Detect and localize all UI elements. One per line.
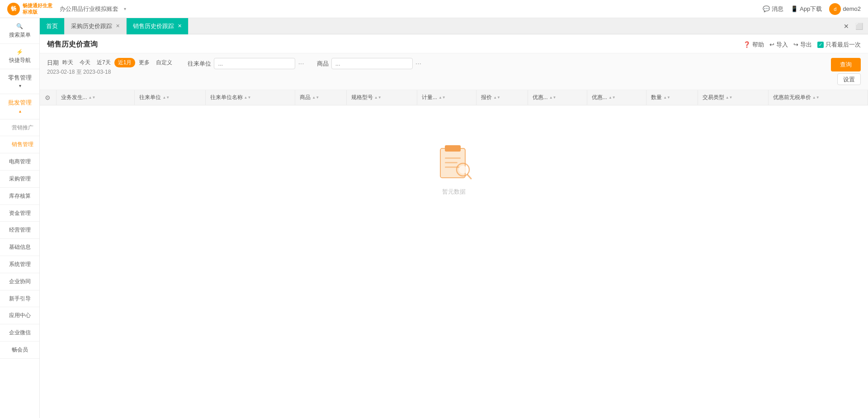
th-trade-type[interactable]: 交易类型 ▲▼: [698, 90, 768, 105]
date-btn-yesterday[interactable]: 昨天: [60, 58, 76, 67]
help-button[interactable]: ❓ 帮助: [743, 41, 764, 49]
sort-icon-biz-date[interactable]: ▲▼: [89, 96, 96, 100]
shortcuts-icon: ⚡: [16, 48, 23, 56]
user-profile[interactable]: d demo2: [829, 3, 861, 15]
sidebar-item-retail[interactable]: 零售管理 ▾: [0, 69, 39, 94]
top-bar-left: 畅 畅捷通好生意 标准版 办公用品行业模拟账套 ▾: [7, 3, 126, 15]
partner-filter-group: 往来单位 ···: [188, 58, 304, 69]
th-pre-tax[interactable]: 优惠前无税单价 ▲▼: [768, 90, 868, 105]
sidebar-item-ecommerce[interactable]: 电商管理: [0, 153, 39, 171]
data-table: ⚙ 业务发生... ▲▼ 往来单位: [40, 90, 868, 105]
sort-icon-unit[interactable]: ▲▼: [439, 96, 446, 100]
empty-state: 暂元数据: [40, 105, 868, 232]
sidebar-item-wechat[interactable]: 企业微信: [0, 324, 39, 342]
sidebar-item-operations[interactable]: 经营管理: [0, 222, 39, 239]
th-goods[interactable]: 商品 ▲▼: [295, 90, 346, 105]
query-button[interactable]: 查询: [831, 58, 861, 71]
avatar: d: [829, 3, 841, 15]
partner-label: 往来单位: [188, 60, 211, 68]
sort-icon-partner-name[interactable]: ▲▼: [244, 96, 251, 100]
retail-icon: 零售管理: [8, 74, 32, 82]
chevron-up-icon: ▴: [19, 108, 21, 114]
settings-icon[interactable]: ⚙: [45, 94, 51, 101]
page-header: 销售历史价查询 ❓ 帮助 ↩ 导入 ↪ 导出 ✓: [40, 34, 868, 53]
date-btn-7days[interactable]: 近7天: [94, 58, 113, 67]
filter-right-actions: 查询 设置: [831, 58, 861, 85]
svg-line-7: [467, 175, 471, 179]
goods-label: 商品: [317, 60, 329, 68]
th-partner-name[interactable]: 往来单位名称 ▲▼: [205, 90, 295, 105]
sort-icon-discount2[interactable]: ▲▼: [609, 96, 616, 100]
only-last-checkbox-group[interactable]: ✓ 只看最后一次: [817, 41, 861, 49]
sort-icon-partner-code[interactable]: ▲▼: [162, 96, 170, 100]
sidebar-item-enterprise[interactable]: 企业协同: [0, 273, 39, 290]
sidebar-item-procurement[interactable]: 采购管理: [0, 171, 39, 188]
goods-input[interactable]: [331, 58, 413, 69]
sidebar-item-wholesale[interactable]: 批发管理 ▴: [0, 94, 39, 119]
partner-picker-icon[interactable]: ···: [298, 60, 304, 68]
tab-home[interactable]: 首页: [40, 18, 65, 34]
th-partner-code[interactable]: 往来单位 ▲▼: [135, 90, 205, 105]
date-btn-1month[interactable]: 近1月: [114, 58, 136, 67]
partner-input[interactable]: [214, 58, 295, 69]
main-layout: 🔍 搜索菜单 ⚡ 快捷导航 零售管理 ▾ 批发管理 ▴ 营销推广 销售管理 电商…: [0, 18, 868, 418]
only-last-checkbox[interactable]: ✓: [817, 42, 824, 48]
table-container: ⚙ 业务发生... ▲▼ 往来单位: [40, 90, 868, 232]
goods-picker-icon[interactable]: ···: [415, 60, 421, 68]
sidebar-item-basic-info[interactable]: 基础信息: [0, 239, 39, 256]
logo-icon: 畅: [7, 3, 20, 15]
date-label: 日期: [47, 59, 59, 67]
th-quote[interactable]: 报价 ▲▼: [476, 90, 528, 105]
tab-purchase-history[interactable]: 采购历史价跟踪 ✕: [65, 18, 127, 34]
import-icon: ↩: [769, 41, 774, 48]
sort-icon-spec[interactable]: ▲▼: [374, 96, 382, 100]
tab-sales-history-close-icon[interactable]: ✕: [178, 23, 182, 29]
top-bar: 畅 畅捷通好生意 标准版 办公用品行业模拟账套 ▾ 💬 消息 📱 App下载 d…: [0, 0, 868, 18]
message-button[interactable]: 💬 消息: [763, 5, 783, 13]
sort-icon-goods[interactable]: ▲▼: [312, 96, 319, 100]
settings-button[interactable]: 设置: [837, 73, 861, 85]
th-unit[interactable]: 计量... ▲▼: [417, 90, 476, 105]
sidebar-item-inventory[interactable]: 库存核算: [0, 188, 39, 205]
tab-purchase-history-close-icon[interactable]: ✕: [116, 23, 120, 29]
date-btn-today[interactable]: 今天: [77, 58, 93, 67]
logo-text: 畅捷通好生意 标准版: [23, 3, 52, 14]
sidebar-item-app-center[interactable]: 应用中心: [0, 307, 39, 324]
tab-close-all-button[interactable]: ✕: [841, 21, 852, 32]
filter-bar: 日期 昨天 今天 近7天 近1月 更多 自定义 2023-02-18 至 202…: [40, 53, 868, 90]
sidebar-item-finance[interactable]: 资金管理: [0, 205, 39, 222]
tab-bar: 首页 采购历史价跟踪 ✕ 销售历史价跟踪 ✕ ✕ ⬜: [40, 18, 868, 34]
app-title-dropdown-icon[interactable]: ▾: [124, 6, 126, 11]
date-btn-custom[interactable]: 自定义: [153, 58, 175, 67]
sidebar-item-sales-mgmt[interactable]: 销售管理: [0, 136, 39, 153]
chevron-down-icon: ▾: [19, 83, 21, 89]
sort-icon-qty[interactable]: ▲▼: [663, 96, 670, 100]
sort-icon-pre-tax[interactable]: ▲▼: [812, 96, 820, 100]
sidebar-item-search-menu[interactable]: 🔍 搜索菜单: [0, 18, 39, 44]
svg-rect-3: [445, 162, 458, 163]
tab-maximize-button[interactable]: ⬜: [854, 21, 864, 32]
import-button[interactable]: ↩ 导入: [769, 41, 788, 49]
th-biz-date[interactable]: 业务发生... ▲▼: [56, 90, 135, 105]
tab-sales-history[interactable]: 销售历史价跟踪 ✕: [127, 18, 189, 34]
th-discount1[interactable]: 优惠... ▲▼: [528, 90, 587, 105]
sidebar-item-shortcuts[interactable]: ⚡ 快捷导航: [0, 44, 39, 70]
sort-icon-discount1[interactable]: ▲▼: [549, 96, 557, 100]
date-btn-more[interactable]: 更多: [136, 58, 152, 67]
app-download-button[interactable]: 📱 App下载: [791, 5, 822, 13]
th-discount2[interactable]: 优惠... ▲▼: [587, 90, 646, 105]
sidebar-item-guide[interactable]: 新手引导: [0, 290, 39, 308]
th-qty[interactable]: 数量 ▲▼: [646, 90, 698, 105]
sort-icon-quote[interactable]: ▲▼: [493, 96, 500, 100]
th-settings[interactable]: ⚙: [40, 90, 56, 105]
th-spec[interactable]: 规格型号 ▲▼: [346, 90, 417, 105]
goods-filter-group: 商品 ···: [317, 58, 421, 69]
sort-icon-trade-type[interactable]: ▲▼: [726, 96, 733, 100]
sidebar-item-system[interactable]: 系统管理: [0, 256, 39, 273]
svg-rect-1: [445, 145, 461, 152]
sidebar-item-member[interactable]: 畅会员: [0, 342, 39, 359]
sidebar-item-marketing[interactable]: 营销推广: [0, 119, 39, 137]
date-range-text: 2023-02-18 至 2023-03-18: [47, 68, 175, 76]
export-button[interactable]: ↪ 导出: [793, 41, 812, 49]
svg-rect-2: [445, 157, 461, 159]
